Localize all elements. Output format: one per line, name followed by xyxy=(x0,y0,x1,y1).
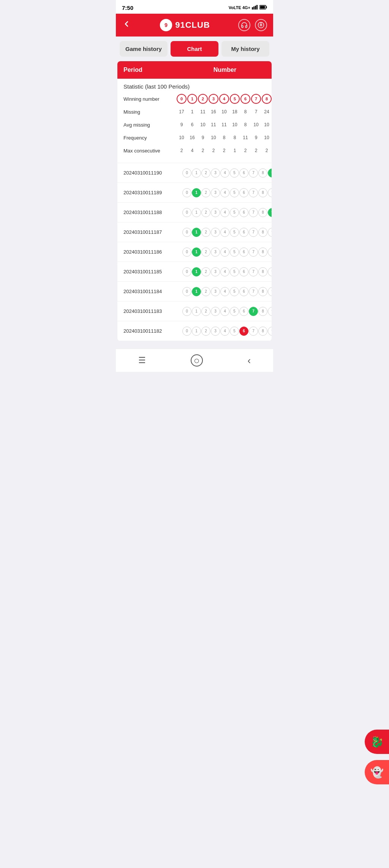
number-circle: 3 xyxy=(211,168,220,178)
number-circle: 8 xyxy=(258,327,267,336)
number-circle: 1 xyxy=(192,307,201,316)
number-circle: 3 xyxy=(211,327,220,336)
number-circle: 0 xyxy=(182,228,191,237)
number-circle: 9 xyxy=(268,327,272,336)
number-circle: 3 xyxy=(211,287,220,296)
number-circle: 2 xyxy=(201,228,210,237)
number-circle: 0 xyxy=(182,248,191,257)
game-numbers: 0123456789 xyxy=(182,228,272,237)
number-circle: 3 xyxy=(211,188,220,197)
number-circle: 6 xyxy=(239,307,248,316)
game-period: 20240310011188 xyxy=(123,209,182,215)
game-row: 202403100111890123456789S xyxy=(117,183,272,203)
network-icon: VoLTE 4G+ xyxy=(229,5,250,10)
number-circle: 5 xyxy=(230,188,239,197)
stats-title: Statistic (last 100 Periods) xyxy=(123,83,266,90)
number-circle: 7 xyxy=(249,267,258,276)
number-circle: 3 xyxy=(211,208,220,217)
number-circle: 7 xyxy=(249,188,258,197)
number-circle: 2 xyxy=(201,188,210,197)
game-row: 202403100111860123456789S xyxy=(117,242,272,262)
number-circle: 2 xyxy=(201,208,210,217)
number-circle: 3 xyxy=(211,307,220,316)
number-circle: 8 xyxy=(258,287,267,296)
number-circle: 6 xyxy=(239,188,248,197)
number-circle: 6 xyxy=(239,228,248,237)
game-period: 20240310011190 xyxy=(123,170,182,176)
game-numbers: 0123456789 xyxy=(182,327,272,336)
period-header: Period xyxy=(123,67,184,73)
number-circle: 5 xyxy=(230,248,239,257)
header-logo: 9 91CLUB xyxy=(159,18,210,32)
number-circle: 4 xyxy=(220,188,229,197)
music-button[interactable] xyxy=(255,19,267,31)
signal-icon xyxy=(252,5,258,11)
game-row: 202403100111820123456789B xyxy=(117,321,272,341)
status-time: 7:50 xyxy=(122,5,133,11)
number-circle: 2 xyxy=(201,267,210,276)
back-button[interactable] xyxy=(122,19,131,31)
number-circle: 7 xyxy=(249,248,258,257)
frequency-values: 101691088119109 xyxy=(177,135,272,140)
svg-rect-2 xyxy=(255,6,256,10)
svg-point-10 xyxy=(260,24,262,26)
number-circle: 9 xyxy=(268,168,272,178)
frequency-row: Frequency 101691088119109 xyxy=(123,132,266,143)
number-circle: 1 xyxy=(192,267,201,276)
game-row: 202403100111870123456789S xyxy=(117,222,272,242)
svg-rect-5 xyxy=(266,6,267,8)
number-circle: 2 xyxy=(201,168,210,178)
game-period: 20240310011185 xyxy=(123,269,182,275)
missing-values: 1711116101887240 xyxy=(177,109,272,114)
tab-my-history[interactable]: My history xyxy=(221,41,269,57)
number-circle: 4 xyxy=(220,307,229,316)
number-circle: 3 xyxy=(211,228,220,237)
home-button[interactable]: ○ xyxy=(191,354,203,367)
back-nav-button[interactable]: ‹ xyxy=(247,355,251,367)
tab-game-history[interactable]: Game history xyxy=(120,41,168,57)
number-circle: 9 xyxy=(268,267,272,276)
game-numbers: 0123456789 xyxy=(182,188,272,197)
logo-text: 91CLUB xyxy=(175,20,210,30)
tab-chart[interactable]: Chart xyxy=(171,41,218,57)
main-content: Period Number Statistic (last 100 Period… xyxy=(117,61,272,341)
status-icons: VoLTE 4G+ xyxy=(229,5,267,11)
number-circle: 0 xyxy=(182,267,191,276)
game-numbers: 0123456789 xyxy=(182,208,272,217)
number-circle: 3 xyxy=(211,248,220,257)
bottom-nav: ☰ ○ ‹ xyxy=(116,349,273,372)
number-circle: 8 xyxy=(258,248,267,257)
number-circle: 1 xyxy=(192,287,201,296)
number-circle: 7 xyxy=(249,228,258,237)
number-circle: 7 xyxy=(249,168,258,178)
frequency-label: Frequency xyxy=(123,135,177,141)
menu-button[interactable]: ☰ xyxy=(138,355,146,365)
number-circle: 7 xyxy=(249,307,258,316)
number-circle: 4 xyxy=(220,287,229,296)
number-circle: 1 xyxy=(192,228,201,237)
number-circle: 2 xyxy=(201,248,210,257)
number-circle: 6 xyxy=(239,267,248,276)
avg-missing-values: 96101111108101011 xyxy=(177,122,272,127)
header-actions xyxy=(238,19,267,31)
game-period: 20240310011184 xyxy=(123,289,182,294)
max-consecutive-row: Max consecutive 2422212222 xyxy=(123,145,266,156)
app-header: 9 91CLUB xyxy=(116,14,273,36)
number-circle: 2 xyxy=(201,307,210,316)
number-circle: 1 xyxy=(192,248,201,257)
game-numbers: 0123456789 xyxy=(182,248,272,257)
number-circle: 2 xyxy=(201,327,210,336)
number-circle: 0 xyxy=(182,327,191,336)
number-circle: 0 xyxy=(182,168,191,178)
game-row: 202403100111830123456789B xyxy=(117,301,272,321)
svg-text:9: 9 xyxy=(164,22,168,28)
number-circle: 3 xyxy=(211,267,220,276)
game-row: 202403100111900123456789B xyxy=(117,163,272,183)
number-circle: 4 xyxy=(220,228,229,237)
headset-button[interactable] xyxy=(238,19,250,31)
tabs-container: Game history Chart My history xyxy=(116,36,273,61)
winning-numbers-row: Winning number 0123456789 xyxy=(123,94,266,104)
number-circle: 1 xyxy=(192,188,201,197)
number-circle: 7 xyxy=(249,287,258,296)
number-circle: 7 xyxy=(249,208,258,217)
